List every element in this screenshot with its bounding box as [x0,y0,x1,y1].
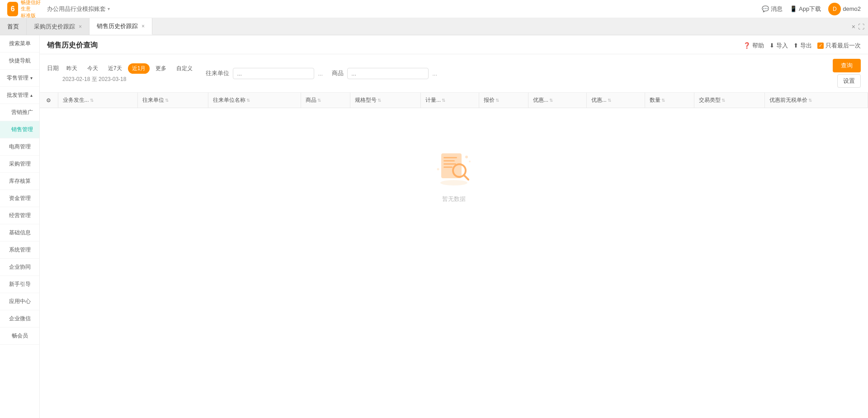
message-icon: 💬 [762,5,769,12]
data-table: ⚙ 业务发生...⇅ 往来单位⇅ 往来单位名称⇅ 商品⇅ [40,93,868,108]
help-btn[interactable]: ❓ 帮助 [743,42,764,50]
date-label: 日期 [47,64,59,72]
sales-mgmt-label: 销售管理 [11,126,33,133]
sidebar: 搜索菜单 快捷导航 零售管理 ▾ 批发管理 ▴ 营销推广 销售管理 电商管理 采… [0,35,40,418]
svg-point-0 [440,180,467,185]
only-last-checkbox-label[interactable]: ✓ 只看最后一次 [817,42,861,50]
svg-point-10 [437,168,439,171]
sidebar-item-vip-member[interactable]: 畅会员 [0,328,39,345]
sidebar-item-wholesale-mgmt[interactable]: 批发管理 ▴ [0,87,39,104]
svg-rect-4 [443,163,456,165]
date-more-btn[interactable]: 更多 [151,63,170,74]
only-last-label: 只看最后一次 [826,42,861,50]
th-quantity[interactable]: 数量⇅ [645,93,694,108]
new-guide-label: 新手引导 [9,281,31,287]
date-1month-btn[interactable]: 近1月 [128,63,150,74]
sidebar-item-finance-mgmt[interactable]: 资金管理 [0,190,39,207]
sidebar-item-new-guide[interactable]: 新手引导 [0,276,39,293]
tab-purchase-history[interactable]: 采购历史价跟踪 × [27,18,90,35]
enterprise-wechat-label: 企业微信 [9,315,31,322]
logo-text: 畅捷信好生意 标准版 [21,0,43,19]
filter-bar: 日期 昨天 今天 近7天 近1月 更多 自定义 2023-02-18 至 202… [40,54,868,93]
sidebar-item-ecommerce-mgmt[interactable]: 电商管理 [0,138,39,156]
th-quote[interactable]: 报价⇅ [479,93,528,108]
retail-mgmt-arrow-icon: ▾ [30,76,33,81]
date-yesterday-btn[interactable]: 昨天 [62,63,81,74]
logo-char: 6 [11,5,15,13]
sidebar-item-sales-mgmt[interactable]: 销售管理 [0,121,39,138]
sidebar-item-marketing[interactable]: 营销推广 [0,104,39,121]
query-btn[interactable]: 查询 [833,59,861,72]
date-7days-btn[interactable]: 近7天 [104,63,126,74]
th-settings[interactable]: ⚙ [40,93,58,108]
tab-purchase-history-close[interactable]: × [79,24,82,30]
phone-icon: 📱 [790,5,797,12]
svg-rect-2 [443,157,457,158]
export-btn[interactable]: ⬆ 导出 [793,42,812,50]
th-price-no-tax[interactable]: 优惠前无税单价⇅ [765,93,868,108]
import-icon: ⬇ [769,42,774,49]
empty-state: 暂无数据 [40,108,868,239]
date-options-row: 昨天 今天 近7天 近1月 更多 自定义 [62,63,197,74]
tab-sales-history-label: 销售历史价跟踪 [97,22,138,30]
th-biz-date[interactable]: 业务发生...⇅ [58,93,137,108]
user-area[interactable]: D demo2 [828,3,861,15]
th-unit[interactable]: 计量...⇅ [421,93,479,108]
app-download-btn[interactable]: 📱 App下载 [790,5,821,13]
sidebar-item-inventory[interactable]: 库存核算 [0,173,39,190]
sidebar-item-enterprise-wechat[interactable]: 企业微信 [0,310,39,328]
search-menu-label: 搜索菜单 [9,40,31,47]
sidebar-item-system-mgmt[interactable]: 系统管理 [0,242,39,259]
sidebar-item-quick-nav[interactable]: 快捷导航 [0,52,39,70]
sidebar-item-basic-info[interactable]: 基础信息 [0,224,39,242]
tab-sales-history-close[interactable]: × [142,23,145,29]
tab-close-all-btn[interactable]: × [852,23,855,30]
sidebar-item-retail-mgmt[interactable]: 零售管理 ▾ [0,70,39,87]
partner-filter-group: 往来单位 ... [206,68,323,79]
sidebar-item-app-center[interactable]: 应用中心 [0,293,39,310]
sidebar-item-search-menu[interactable]: 搜索菜单 [0,35,39,52]
basic-info-label: 基础信息 [9,229,31,236]
sidebar-item-operations-mgmt[interactable]: 经营管理 [0,207,39,224]
ecommerce-mgmt-label: 电商管理 [9,143,31,150]
th-spec[interactable]: 规格型号⇅ [350,93,421,108]
partner-label: 往来单位 [206,69,229,77]
th-trade-type[interactable]: 交易类型⇅ [694,93,765,108]
only-last-checkbox[interactable]: ✓ [817,43,824,49]
th-partner-name[interactable]: 往来单位名称⇅ [208,93,301,108]
breadcrumb-dropdown-icon[interactable]: ▾ [108,6,110,11]
export-icon: ⬆ [793,42,798,49]
avatar: D [828,3,841,15]
header-right: 💬 消息 📱 App下载 D demo2 [762,3,861,15]
tab-home[interactable]: 首页 [0,18,27,35]
finance-mgmt-label: 资金管理 [9,195,31,201]
table-container: ⚙ 业务发生...⇅ 往来单位⇅ 往来单位名称⇅ 商品⇅ [40,93,868,418]
settings-btn[interactable]: 设置 [837,74,861,88]
th-partner-code[interactable]: 往来单位⇅ [137,93,208,108]
th-discount1[interactable]: 优惠...⇅ [528,93,586,108]
app-center-label: 应用中心 [9,298,31,304]
sort-icon-price-no-tax: ⇅ [808,98,812,103]
partner-input[interactable] [233,68,314,79]
tab-fullscreen-btn[interactable]: ⛶ [858,23,864,30]
goods-input[interactable] [347,68,429,79]
sort-icon-trade-type: ⇅ [722,98,725,103]
date-custom-btn[interactable]: 自定义 [172,63,197,74]
goods-label: 商品 [332,69,344,77]
message-btn[interactable]: 💬 消息 [762,5,783,13]
tab-bar-actions: × ⛶ [848,18,868,35]
svg-line-7 [464,175,468,180]
sort-icon-goods: ⇅ [317,98,321,103]
import-btn[interactable]: ⬇ 导入 [769,42,788,50]
wholesale-mgmt-arrow-icon: ▴ [30,93,33,98]
tab-sales-history[interactable]: 销售历史价跟踪 × [90,18,152,35]
goods-filter-group: 商品 ... [332,68,437,79]
sidebar-item-enterprise-collab[interactable]: 企业协同 [0,259,39,276]
date-today-btn[interactable]: 今天 [83,63,102,74]
settings-gear-icon[interactable]: ⚙ [46,97,51,104]
th-discount2[interactable]: 优惠...⇅ [586,93,645,108]
app-download-label: App下载 [799,5,821,13]
th-goods[interactable]: 商品⇅ [301,93,350,108]
sidebar-item-purchase-mgmt[interactable]: 采购管理 [0,156,39,173]
quick-nav-label: 快捷导航 [9,57,31,64]
